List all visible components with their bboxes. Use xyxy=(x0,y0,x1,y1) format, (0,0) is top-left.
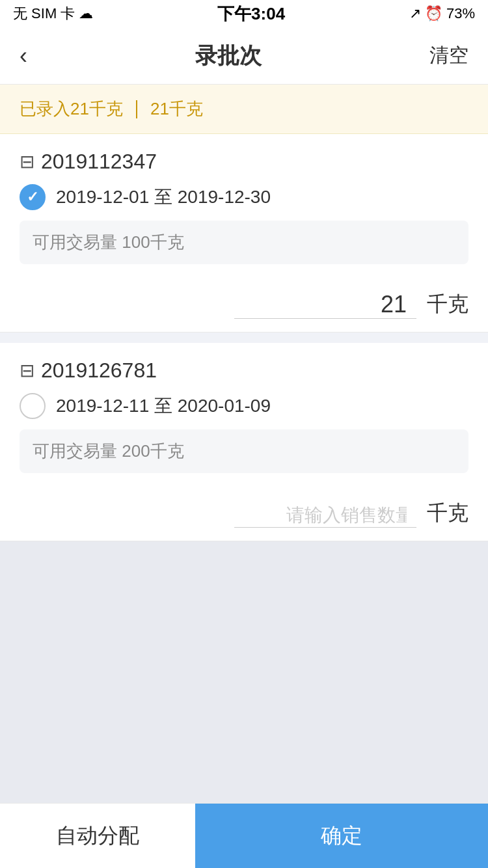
batch-2-quantity-input[interactable] xyxy=(286,500,416,527)
batch-2-date: 2019-12-11 至 2020-01-09 xyxy=(56,394,271,418)
status-left: 无 SIM 卡 ☁ xyxy=(13,4,93,23)
batch-icon-1: ⊟ xyxy=(20,151,34,172)
batch-1-quantity-underline xyxy=(234,291,416,319)
nav-bar: ‹ 录批次 清空 xyxy=(0,27,488,85)
clear-button[interactable]: 清空 xyxy=(429,42,468,69)
page-title: 录批次 xyxy=(195,41,262,71)
card-separator-1 xyxy=(0,332,488,343)
check-icon: ✓ xyxy=(27,189,38,206)
battery-status: ↗ ⏰ 73% xyxy=(409,5,475,22)
info-banner: 已录入21千克 21千克 xyxy=(0,85,488,134)
back-button[interactable]: ‹ xyxy=(20,42,27,70)
info-value: 21千克 xyxy=(150,98,203,120)
auto-distribute-button[interactable]: 自动分配 xyxy=(0,804,195,868)
info-divider xyxy=(136,100,137,118)
bottom-bar: 自动分配 确定 xyxy=(0,803,488,868)
status-time: 下午3:04 xyxy=(217,3,285,25)
batch-1-available-box: 可用交易量 100千克 xyxy=(20,221,468,264)
status-right: ↗ ⏰ 73% xyxy=(409,5,475,22)
batch-2-header: ⊟ 2019126781 xyxy=(20,359,468,383)
info-label: 已录入21千克 xyxy=(20,98,123,120)
batch-1-available: 可用交易量 100千克 xyxy=(33,232,184,252)
batch-item-2: ⊟ 2019126781 2019-12-11 至 2020-01-09 可用交… xyxy=(0,343,488,486)
batch-1-quantity-input[interactable] xyxy=(286,291,416,318)
batch-2-radio[interactable] xyxy=(20,393,46,419)
status-bar: 无 SIM 卡 ☁ 下午3:04 ↗ ⏰ 73% xyxy=(0,0,488,27)
batch-1-header: ⊟ 2019112347 xyxy=(20,150,468,174)
batch-item-1: ⊟ 2019112347 ✓ 2019-12-01 至 2019-12-30 可… xyxy=(0,134,488,277)
batch-1-quantity-row: 千克 xyxy=(0,277,488,332)
batch-2-quantity-row: 千克 xyxy=(0,486,488,541)
batch-1-unit: 千克 xyxy=(427,290,468,319)
sim-status: 无 SIM 卡 ☁ xyxy=(13,4,93,23)
confirm-button[interactable]: 确定 xyxy=(195,804,488,868)
batch-2-available-box: 可用交易量 200千克 xyxy=(20,429,468,473)
batch-2-available: 可用交易量 200千克 xyxy=(33,441,184,461)
batch-1-date: 2019-12-01 至 2019-12-30 xyxy=(56,185,271,210)
batch-1-id: 2019112347 xyxy=(41,150,157,174)
gray-area xyxy=(0,541,488,803)
batch-icon-2: ⊟ xyxy=(20,360,34,381)
batch-1-radio[interactable]: ✓ xyxy=(20,184,46,210)
batch-2-quantity-underline xyxy=(234,500,416,528)
batch-2-unit: 千克 xyxy=(427,499,468,528)
batch-2-date-row: 2019-12-11 至 2020-01-09 xyxy=(20,393,468,419)
batch-1-date-row: ✓ 2019-12-01 至 2019-12-30 xyxy=(20,184,468,210)
batch-2-id: 2019126781 xyxy=(41,359,157,383)
